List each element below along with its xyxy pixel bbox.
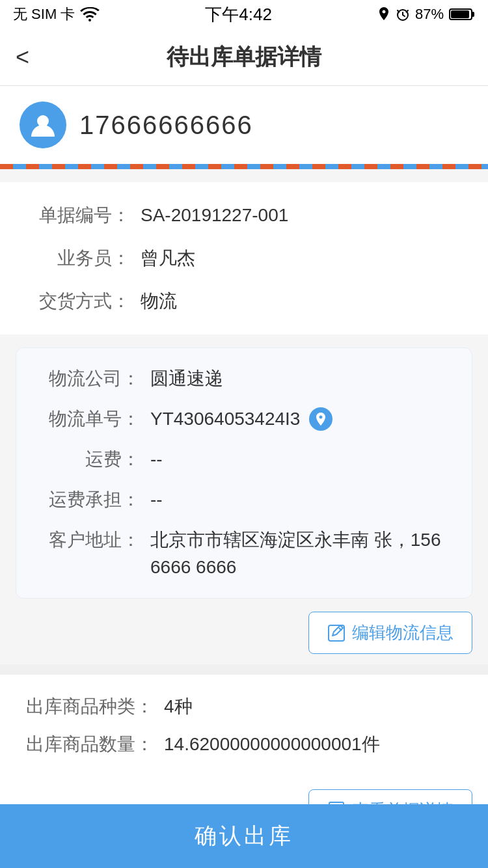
address-value: 北京市市辖区海淀区永丰南 张，156 6666 6666 bbox=[150, 526, 452, 581]
status-carrier: 无 SIM 卡 bbox=[13, 5, 100, 24]
avatar-icon bbox=[29, 111, 57, 139]
delivery-value: 物流 bbox=[141, 288, 462, 315]
logistics-company-row: 物流公司： 圆通速递 bbox=[36, 365, 452, 392]
edit-logistics-button[interactable]: 编辑物流信息 bbox=[308, 612, 472, 654]
doc-number-row: 单据编号： SA-20191227-001 bbox=[26, 202, 462, 229]
doc-number-value: SA-20191227-001 bbox=[141, 202, 462, 229]
tracking-label: 物流单号： bbox=[36, 405, 140, 433]
freight-value: -- bbox=[150, 446, 452, 473]
edit-btn-row: 编辑物流信息 bbox=[0, 612, 488, 664]
product-type-row: 出库商品种类： 4种 bbox=[26, 694, 462, 719]
status-time: 下午4:42 bbox=[205, 3, 272, 26]
user-avatar bbox=[20, 102, 66, 148]
back-button[interactable]: < bbox=[16, 44, 29, 71]
nav-bar: < 待出库单据详情 bbox=[0, 29, 488, 86]
order-info-section: 单据编号： SA-20191227-001 业务员： 曾凡杰 交货方式： 物流 bbox=[0, 182, 488, 334]
nav-title: 待出库单据详情 bbox=[167, 42, 321, 72]
product-qty-label: 出库商品数量： bbox=[26, 732, 154, 757]
product-qty-value: 14.62000000000000001件 bbox=[164, 732, 380, 757]
tracking-row: 物流单号： YT43064053424I3 bbox=[36, 405, 452, 433]
user-phone: 17666666666 bbox=[79, 111, 253, 140]
doc-number-label: 单据编号： bbox=[26, 202, 130, 229]
freight-bear-row: 运费承担： -- bbox=[36, 486, 452, 513]
edit-btn-label: 编辑物流信息 bbox=[352, 621, 454, 644]
battery-icon bbox=[449, 7, 475, 21]
location-status-icon bbox=[377, 7, 390, 21]
gray-divider bbox=[0, 664, 488, 675]
freight-label: 运费： bbox=[36, 446, 140, 473]
product-section: 出库商品种类： 4种 出库商品数量： 14.62000000000000001件 bbox=[0, 675, 488, 776]
address-row: 客户地址： 北京市市辖区海淀区永丰南 张，156 6666 6666 bbox=[36, 526, 452, 581]
battery-percent: 87% bbox=[415, 6, 444, 23]
svg-rect-3 bbox=[451, 10, 469, 18]
freight-row: 运费： -- bbox=[36, 446, 452, 473]
tracking-value-container: YT43064053424I3 bbox=[150, 405, 452, 433]
tracking-value: YT43064053424I3 bbox=[150, 405, 300, 433]
dashed-divider bbox=[0, 164, 488, 169]
freight-bear-value: -- bbox=[150, 486, 452, 513]
salesman-row: 业务员： 曾凡杰 bbox=[26, 245, 462, 272]
salesman-value: 曾凡杰 bbox=[141, 245, 462, 272]
product-type-value: 4种 bbox=[164, 694, 193, 719]
product-qty-row: 出库商品数量： 14.62000000000000001件 bbox=[26, 732, 462, 757]
delivery-label: 交货方式： bbox=[26, 288, 130, 315]
confirm-btn-container: 确认出库 bbox=[0, 804, 488, 868]
status-right: 87% bbox=[377, 6, 475, 23]
delivery-row: 交货方式： 物流 bbox=[26, 288, 462, 315]
logistics-card: 物流公司： 圆通速递 物流单号： YT43064053424I3 运费： -- … bbox=[16, 347, 472, 599]
confirm-button[interactable]: 确认出库 bbox=[0, 821, 488, 851]
status-bar: 无 SIM 卡 下午4:42 87% bbox=[0, 0, 488, 29]
address-label: 客户地址： bbox=[36, 526, 140, 554]
logistics-company-label: 物流公司： bbox=[36, 365, 140, 392]
edit-icon bbox=[327, 624, 346, 642]
wifi-icon bbox=[80, 7, 100, 21]
svg-rect-2 bbox=[472, 12, 474, 17]
alarm-icon bbox=[396, 7, 410, 21]
product-type-label: 出库商品种类： bbox=[26, 694, 154, 719]
tracking-location-icon[interactable] bbox=[309, 407, 332, 431]
salesman-label: 业务员： bbox=[26, 245, 130, 272]
freight-bear-label: 运费承担： bbox=[36, 486, 140, 513]
logistics-company-value: 圆通速递 bbox=[150, 365, 452, 392]
user-header: 17666666666 bbox=[0, 86, 488, 164]
pin-icon bbox=[314, 412, 328, 426]
